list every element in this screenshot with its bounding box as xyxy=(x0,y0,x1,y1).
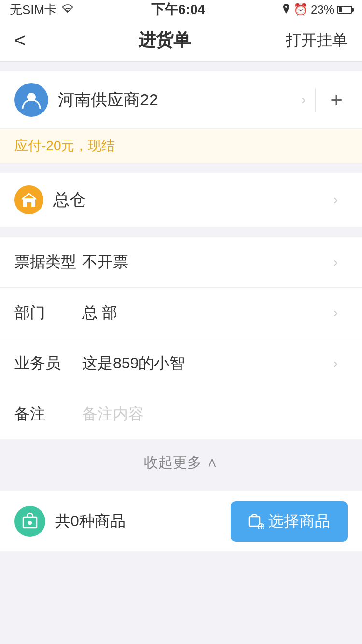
battery-icon xyxy=(337,6,352,14)
salesperson-value: 这是859的小智 xyxy=(82,353,334,374)
section-gap-1 xyxy=(0,62,362,71)
department-row[interactable]: 部门 总 部 › xyxy=(0,287,362,338)
invoice-type-label: 票据类型 xyxy=(14,252,82,273)
warehouse-section: 总仓 › xyxy=(0,173,362,227)
svg-rect-2 xyxy=(27,202,31,207)
warehouse-row[interactable]: 总仓 › xyxy=(0,173,362,227)
notice-banner: 应付-20元，现结 xyxy=(0,129,362,163)
salesperson-chevron-icon: › xyxy=(334,356,338,371)
supplier-section: 河南供应商22 › + 应付-20元，现结 xyxy=(0,71,362,163)
svg-rect-5 xyxy=(249,517,260,526)
warehouse-chevron-icon: › xyxy=(334,192,338,208)
supplier-name: 河南供应商22 xyxy=(58,89,301,111)
supplier-chevron-icon: › xyxy=(301,92,306,108)
alarm-icon: ⏰ xyxy=(293,3,308,16)
remark-input[interactable]: 备注内容 xyxy=(82,404,348,425)
add-supplier-button[interactable]: + xyxy=(325,88,348,112)
bottom-bar: 共0种商品 选择商品 xyxy=(0,491,362,551)
department-chevron-icon: › xyxy=(334,305,338,321)
product-icon xyxy=(14,506,45,537)
divider xyxy=(315,88,316,112)
supplier-avatar xyxy=(14,83,48,117)
back-button[interactable]: < xyxy=(14,29,43,51)
open-pending-button[interactable]: 打开挂单 xyxy=(286,30,348,51)
department-label: 部门 xyxy=(14,302,82,323)
svg-point-4 xyxy=(28,521,32,525)
section-gap-3 xyxy=(0,227,362,237)
select-product-label: 选择商品 xyxy=(268,511,330,532)
remark-row[interactable]: 备注 备注内容 xyxy=(0,389,362,439)
content-area xyxy=(0,551,362,644)
department-value: 总 部 xyxy=(82,302,334,323)
remark-label: 备注 xyxy=(14,404,82,425)
carrier-text: 无SIM卡 xyxy=(10,1,57,18)
status-right: ⏰ 23% xyxy=(282,3,352,16)
status-bar: 无SIM卡 下午6:04 ⏰ 23% xyxy=(0,0,362,19)
notice-text: 应付-20元，现结 xyxy=(14,138,115,153)
invoice-type-row[interactable]: 票据类型 不开票 › xyxy=(0,237,362,287)
product-count-text: 共0种商品 xyxy=(55,511,231,532)
warehouse-icon xyxy=(14,185,43,214)
salesperson-label: 业务员 xyxy=(14,353,82,374)
section-gap-4 xyxy=(0,486,362,491)
salesperson-row[interactable]: 业务员 这是859的小智 › xyxy=(0,338,362,389)
battery-percent: 23% xyxy=(311,3,334,16)
location-icon xyxy=(282,3,291,16)
status-time: 下午6:04 xyxy=(151,0,205,19)
section-gap-2 xyxy=(0,163,362,173)
collapse-label: 收起更多 ∧ xyxy=(144,453,218,473)
invoice-type-value: 不开票 xyxy=(82,252,334,273)
select-product-button[interactable]: 选择商品 xyxy=(231,501,348,542)
supplier-row[interactable]: 河南供应商22 › + xyxy=(0,71,362,129)
nav-bar: < 进货单 打开挂单 xyxy=(0,19,362,62)
form-section: 票据类型 不开票 › 部门 总 部 › 业务员 这是859的小智 › 备注 备注… xyxy=(0,237,362,439)
warehouse-name: 总仓 xyxy=(53,189,334,211)
wifi-icon xyxy=(61,2,74,17)
status-left: 无SIM卡 xyxy=(10,1,74,18)
page-title: 进货单 xyxy=(139,28,191,52)
collapse-row[interactable]: 收起更多 ∧ xyxy=(0,439,362,486)
invoice-type-chevron-icon: › xyxy=(334,254,338,270)
